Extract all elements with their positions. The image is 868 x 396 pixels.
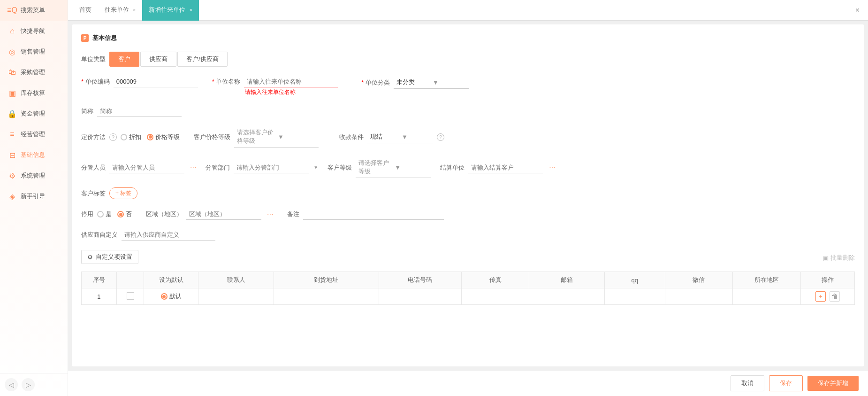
name-input[interactable] [244,76,338,87]
address-input[interactable] [298,293,354,300]
payment-select[interactable]: 现结 ▼ [367,131,433,143]
category-select[interactable]: 未分类 ▼ [394,76,469,89]
cancel-button[interactable]: 取消 [731,375,764,391]
main-area: 首页 往来单位 × 新增往来单位 × × P 基本信息 单位类型 客户 供应商 … [68,0,868,396]
price-level-label: 价格等级 [155,133,180,141]
add-row-btn[interactable]: + [815,291,826,302]
region-more-btn[interactable]: ··· [267,210,273,218]
customer-price-label: 客户价格等级 [194,133,230,141]
manager-row: 分管人员 ··· 分管部门 ▼ 客户等级 请选择客户等级 ▼ 结算单位 ··· [81,157,855,178]
sidebar-item-system[interactable]: ⚙ 系统管理 [0,165,68,186]
code-input[interactable] [114,76,198,87]
payment-group: 收款条件 现结 ▼ ? [339,131,444,143]
settlement-group: 结算单位 ··· [440,162,555,173]
sidebar-label-sales: 销售管理 [21,47,45,56]
sidebar-item-quick-nav[interactable]: ⌂ 快捷导航 [0,21,68,41]
add-tag-btn[interactable]: + 标签 [109,187,137,199]
customer-price-placeholder: 请选择客户价格等级 [237,128,275,145]
sidebar-item-sales[interactable]: ◎ 销售管理 [0,41,68,62]
region-input[interactable] [186,209,261,220]
unit-btn-both[interactable]: 客户/供应商 [177,52,228,67]
col-default: 设为默认 [144,272,198,288]
disable-yes-label: 是 [106,210,112,218]
cell-wechat[interactable] [665,288,733,305]
unit-btn-supplier[interactable]: 供应商 [140,52,176,67]
delete-row-btn[interactable]: 🗑 [830,291,840,302]
email-input[interactable] [548,293,586,300]
table-section: ⚙ 自定义项设置 ▣ 批量删除 序号 设为默认 联系人 到货地址 电话 [81,250,855,305]
pricing-radio-discount[interactable]: 折扣 [121,133,141,141]
sidebar-item-base-info[interactable]: ⊟ 基础信息 [0,145,68,165]
sidebar-collapse-btn[interactable]: ◁ [5,378,18,391]
section-basic-info: P 基本信息 [81,34,855,42]
tab-add-partner-close[interactable]: × [189,7,192,13]
sidebar-item-stock[interactable]: ▣ 库存核算 [0,83,68,103]
cell-fax[interactable] [461,288,529,305]
sidebar-item-purchase[interactable]: 🛍 采购管理 [0,62,68,83]
default-radio[interactable]: 默认 [149,292,193,301]
disable-no-label: 否 [126,210,132,218]
pricing-help-icon[interactable]: ? [109,133,117,141]
payment-help-icon[interactable]: ? [437,133,444,141]
unit-btn-customer[interactable]: 客户 [109,52,139,67]
cell-region[interactable] [733,288,801,305]
pricing-radio-price-level[interactable]: 价格等级 [147,133,180,141]
section-title-text: 基本信息 [92,34,117,42]
tag-group: 客户标签 + 标签 [81,187,137,199]
disable-row: 停用 是 否 区域（地区） ··· 备注 [81,209,855,220]
short-name-row: 简称 [81,106,855,117]
tab-add-partner[interactable]: 新增往来单位 × [142,0,198,21]
row-checkbox[interactable] [127,292,134,300]
manager-input[interactable] [109,162,184,173]
cell-check[interactable] [116,288,144,305]
cell-qq[interactable] [604,288,665,305]
remark-group: 备注 [287,209,444,220]
dept-input[interactable] [234,162,309,173]
short-name-input[interactable] [97,106,182,117]
cell-email[interactable] [529,288,604,305]
save-new-button[interactable]: 保存并新增 [807,376,859,391]
disable-radio-yes[interactable]: 是 [97,210,112,218]
tab-home[interactable]: 首页 [73,0,98,21]
table-header-row: 序号 设为默认 联系人 到货地址 电话号码 传真 邮箱 qq 微信 所在地区 操… [82,272,855,288]
cell-contact[interactable] [198,288,274,305]
disable-no-circle [117,211,124,217]
custom-setting-btn[interactable]: ⚙ 自定义项设置 [81,250,138,264]
settlement-more-btn[interactable]: ··· [549,163,555,172]
fax-input[interactable] [479,293,512,300]
customer-price-select[interactable]: 请选择客户价格等级 ▼ [234,126,319,148]
cell-address[interactable] [274,288,379,305]
tab-partner-list-close[interactable]: × [133,7,136,13]
window-close-btn[interactable]: × [852,6,863,15]
tab-partner-list[interactable]: 往来单位 × [98,0,142,21]
cell-phone[interactable] [379,288,461,305]
phone-input[interactable] [399,293,441,300]
customer-price-arrow-icon: ▼ [278,133,316,140]
disable-radio-no[interactable]: 否 [117,210,132,218]
supplier-custom-input[interactable] [122,229,215,241]
tab-add-partner-label: 新增往来单位 [149,6,185,14]
code-name-category-row: 单位编码 单位名称 请输入往来单位名称 单位分类 未分类 ▼ [81,76,855,96]
tab-bar: 首页 往来单位 × 新增往来单位 × × [68,0,868,21]
sidebar-item-search-menu[interactable]: ≡Q 搜索菜单 [0,0,68,21]
table-region-input[interactable] [750,293,783,300]
contact-input[interactable] [217,293,255,300]
supplier-custom-label: 供应商自定义 [81,231,118,239]
col-qq: qq [604,272,665,288]
sidebar-item-operations[interactable]: ≡ 经营管理 [0,124,68,145]
wechat-input[interactable] [682,293,715,300]
unit-type-buttons: 客户 供应商 客户/供应商 [109,52,228,67]
save-button[interactable]: 保存 [769,375,803,391]
settlement-input[interactable] [468,162,543,173]
remark-input[interactable] [303,209,444,220]
dept-group: 分管部门 ▼ [206,162,318,173]
sidebar-item-finance[interactable]: 🔒 资金管理 [0,103,68,124]
pricing-radio-group: 折扣 价格等级 [121,133,180,141]
sidebar-item-guide[interactable]: ◈ 新手引导 [0,186,68,207]
batch-delete-btn[interactable]: ▣ 批量删除 [823,254,855,262]
disable-radio-group: 是 否 [97,210,132,218]
sidebar-expand-btn[interactable]: ▷ [22,378,35,391]
customer-level-select[interactable]: 请选择客户等级 ▼ [356,157,431,178]
manager-more-btn[interactable]: ··· [190,163,196,172]
qq-input[interactable] [621,293,649,300]
